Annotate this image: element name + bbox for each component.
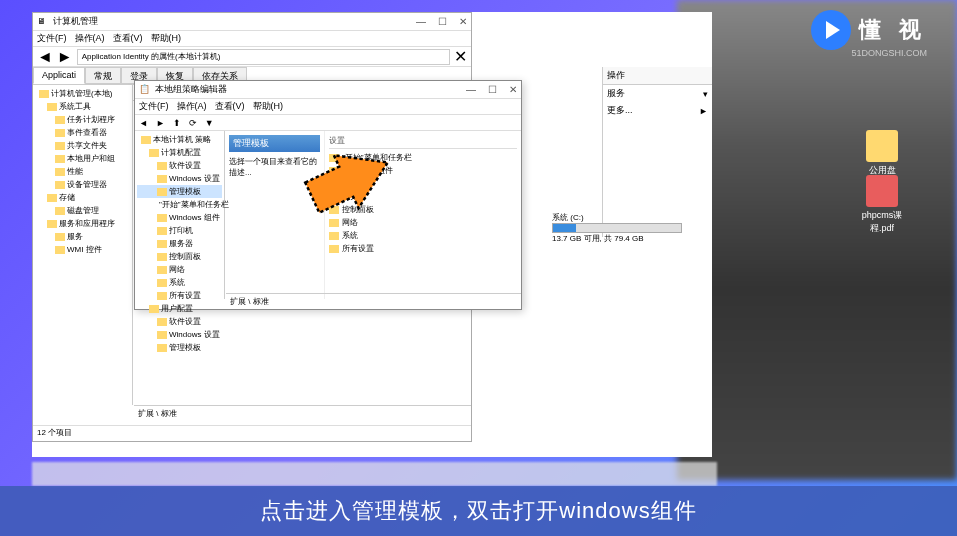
tree-item[interactable]: 服务 — [35, 230, 130, 243]
tree-item[interactable]: 服务和应用程序 — [35, 217, 130, 230]
pdf-icon — [866, 175, 898, 207]
window-title: 本地组策略编辑器 — [155, 83, 227, 96]
close-button[interactable]: ✕ — [509, 84, 517, 95]
menubar: 文件(F) 操作(A) 查看(V) 帮助(H) — [33, 31, 471, 47]
brand-logo: 懂 视 — [811, 10, 927, 50]
tree-item[interactable]: 管理模板 — [137, 341, 222, 354]
app-icon: 🖥 — [37, 16, 49, 28]
tree-item[interactable]: Windows 组件 — [137, 211, 222, 224]
list-item[interactable]: 网络 — [329, 216, 517, 229]
desktop-pdf-label: phpcms课程.pdf — [862, 210, 903, 233]
menu-file[interactable]: 文件(F) — [37, 32, 67, 45]
titlebar[interactable]: 🖥 计算机管理 ― ☐ ✕ — [33, 13, 471, 31]
tree-item[interactable]: 计算机管理(本地) — [35, 87, 130, 100]
fwd-icon[interactable]: ► — [57, 48, 73, 66]
tree-item[interactable]: Windows 设置 — [137, 328, 222, 341]
tree-item[interactable]: 共享文件夹 — [35, 139, 130, 152]
refresh-icon[interactable]: ⟳ — [189, 118, 197, 128]
menu-view[interactable]: 查看(V) — [113, 32, 143, 45]
maximize-button[interactable]: ☐ — [488, 84, 497, 95]
menu-view[interactable]: 查看(V) — [215, 100, 245, 113]
toolbar: ◄ ► Application Identity 的属性(本地计算机) ✕ — [33, 47, 471, 67]
window-title: 计算机管理 — [53, 15, 98, 28]
tab-application[interactable]: Applicati — [33, 67, 85, 84]
disk-usage-text: 13.7 GB 可用, 共 79.4 GB — [552, 233, 712, 244]
back-icon[interactable]: ◄ — [37, 48, 53, 66]
folder-icon — [866, 130, 898, 162]
tree-item[interactable]: 本地计算机 策略 — [137, 133, 222, 146]
breadcrumb[interactable]: Application Identity 的属性(本地计算机) — [77, 49, 450, 65]
filter-icon[interactable]: ▼ — [205, 118, 214, 128]
menu-action[interactable]: 操作(A) — [177, 100, 207, 113]
tab-general[interactable]: 常规 — [85, 67, 121, 84]
tree-item[interactable]: WMI 控件 — [35, 243, 130, 256]
back-icon[interactable]: ◄ — [139, 118, 148, 128]
menu-file[interactable]: 文件(F) — [139, 100, 169, 113]
action-service[interactable]: 服务▾ — [603, 85, 712, 102]
maximize-button[interactable]: ☐ — [438, 16, 447, 27]
tree-item[interactable]: 软件设置 — [137, 315, 222, 328]
menu-help[interactable]: 帮助(H) — [151, 32, 182, 45]
tree-item[interactable]: 系统工具 — [35, 100, 130, 113]
logo-subtitle: 51DONGSHI.COM — [851, 48, 927, 58]
desktop-pdf-shortcut[interactable]: phpcms课程.pdf — [857, 175, 907, 235]
tree-item[interactable]: 本地用户和组 — [35, 152, 130, 165]
tree-item[interactable]: 网络 — [137, 263, 222, 276]
window-controls: ― ☐ ✕ — [416, 16, 467, 27]
view-tabs[interactable]: 扩展 \ 标准 — [226, 293, 521, 309]
video-caption: 点击进入管理模板，双击打开windows组件 — [0, 486, 957, 536]
list-item[interactable]: 系统 — [329, 229, 517, 242]
tree-item[interactable]: 所有设置 — [137, 289, 222, 302]
windows-composite: 🖥 计算机管理 ― ☐ ✕ 文件(F) 操作(A) 查看(V) 帮助(H) ◄ … — [32, 12, 712, 457]
tutorial-arrow-cursor — [300, 145, 400, 215]
tree-item[interactable]: 事件查看器 — [35, 126, 130, 139]
tree-item[interactable]: 控制面板 — [137, 250, 222, 263]
tree-item[interactable]: 软件设置 — [137, 159, 222, 172]
desktop-folder-shortcut[interactable]: 公用盘 — [857, 130, 907, 177]
desktop-background — [677, 0, 957, 480]
tree-item[interactable]: 系统 — [137, 276, 222, 289]
menu-action[interactable]: 操作(A) — [75, 32, 105, 45]
menu-help[interactable]: 帮助(H) — [253, 100, 284, 113]
list-item[interactable]: 所有设置 — [329, 242, 517, 255]
action-more[interactable]: 更多...► — [603, 102, 712, 119]
fwd-icon[interactable]: ► — [156, 118, 165, 128]
disk-label: 系统 (C:) — [552, 212, 712, 223]
titlebar[interactable]: 📋 本地组策略编辑器 ― ☐ ✕ — [135, 81, 521, 99]
tree-item[interactable]: 用户配置 — [137, 302, 222, 315]
tree-item[interactable]: 存储 — [35, 191, 130, 204]
desktop-folder-label: 公用盘 — [869, 165, 896, 175]
tree-item[interactable]: "开始"菜单和任务栏 — [137, 198, 222, 211]
window-controls: ― ☐ ✕ — [466, 84, 517, 95]
tree-item[interactable]: 计算机配置 — [137, 146, 222, 159]
tree-item[interactable]: 任务计划程序 — [35, 113, 130, 126]
minimize-button[interactable]: ― — [466, 84, 476, 95]
tree-item[interactable]: Windows 设置 — [137, 172, 222, 185]
tree-panel[interactable]: 计算机管理(本地)系统工具任务计划程序事件查看器共享文件夹本地用户和组性能设备管… — [33, 85, 133, 405]
app-icon: 📋 — [139, 84, 151, 96]
disk-usage-bar — [552, 223, 682, 233]
menubar: 文件(F) 操作(A) 查看(V) 帮助(H) — [135, 99, 521, 115]
tree-item[interactable]: 管理模板 — [137, 185, 222, 198]
close-icon[interactable]: ✕ — [454, 47, 467, 66]
tree-item[interactable]: 磁盘管理 — [35, 204, 130, 217]
taskbar[interactable] — [32, 462, 717, 486]
tree-item[interactable]: 服务器 — [137, 237, 222, 250]
tree-item[interactable]: 打印机 — [137, 224, 222, 237]
tree-panel[interactable]: 本地计算机 策略计算机配置软件设置Windows 设置管理模板"开始"菜单和任务… — [135, 131, 225, 299]
tree-item[interactable]: 性能 — [35, 165, 130, 178]
status-bar: 12 个项目 — [33, 425, 471, 441]
toolbar2: ◄ ► ⬆ ⟳ ▼ — [135, 115, 521, 131]
logo-play-icon — [811, 10, 851, 50]
actions-header: 操作 — [603, 67, 712, 85]
up-icon[interactable]: ⬆ — [173, 118, 181, 128]
minimize-button[interactable]: ― — [416, 16, 426, 27]
view-tabs[interactable]: 扩展 \ 标准 — [134, 405, 471, 423]
tree-item[interactable]: 设备管理器 — [35, 178, 130, 191]
disk-info: 系统 (C:) 13.7 GB 可用, 共 79.4 GB — [552, 212, 712, 244]
close-button[interactable]: ✕ — [459, 16, 467, 27]
logo-text: 懂 视 — [859, 15, 927, 45]
